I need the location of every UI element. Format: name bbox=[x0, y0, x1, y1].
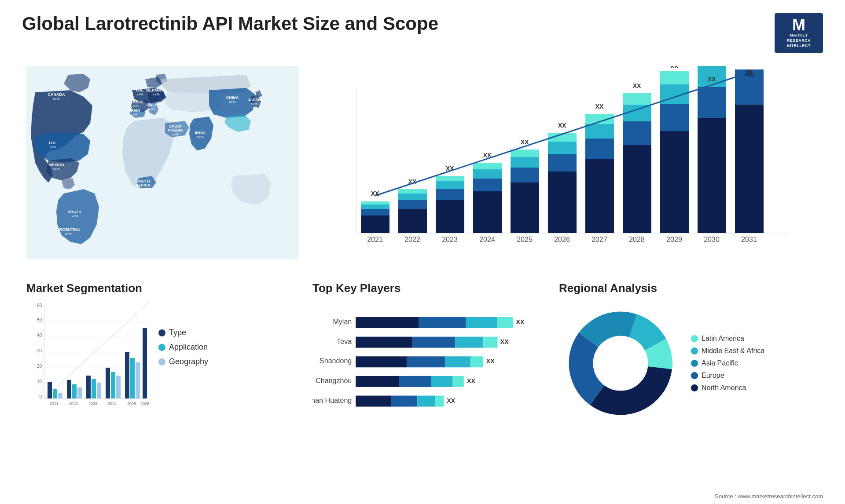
svg-rect-164 bbox=[391, 396, 418, 407]
page-title: Global Larotrectinib API Market Size and… bbox=[22, 13, 438, 34]
legend-application-label: Application bbox=[169, 343, 208, 352]
svg-rect-148 bbox=[483, 337, 497, 348]
svg-text:2025: 2025 bbox=[127, 402, 136, 406]
svg-rect-152 bbox=[407, 356, 445, 367]
page-container: Global Larotrectinib API Market Size and… bbox=[0, 0, 845, 504]
svg-text:XX: XX bbox=[558, 122, 566, 129]
svg-rect-159 bbox=[431, 376, 453, 387]
svg-text:xx%: xx% bbox=[65, 232, 71, 236]
svg-text:xx%: xx% bbox=[148, 107, 155, 111]
map-section: CANADA xx% U.S. xx% MEXICO xx% BRAZIL xx… bbox=[22, 62, 295, 273]
svg-text:ARABIA: ARABIA bbox=[168, 128, 183, 132]
mea-dot bbox=[691, 347, 698, 354]
svg-rect-43 bbox=[398, 189, 427, 194]
svg-rect-66 bbox=[585, 139, 614, 159]
svg-text:xx%: xx% bbox=[153, 92, 159, 96]
reg-legend-north-america: North America bbox=[691, 384, 764, 392]
svg-text:GERMANY: GERMANY bbox=[146, 88, 166, 92]
svg-text:xx%: xx% bbox=[131, 113, 137, 117]
svg-text:30: 30 bbox=[37, 348, 42, 353]
svg-rect-123 bbox=[92, 379, 96, 398]
svg-rect-37 bbox=[361, 205, 389, 209]
svg-text:Teva: Teva bbox=[337, 337, 352, 345]
svg-rect-125 bbox=[106, 368, 110, 398]
svg-text:XX: XX bbox=[633, 82, 641, 89]
svg-rect-153 bbox=[445, 356, 470, 367]
svg-rect-158 bbox=[399, 376, 431, 387]
svg-text:2026: 2026 bbox=[554, 236, 570, 243]
header: Global Larotrectinib API Market Size and… bbox=[22, 13, 823, 53]
svg-text:xx%: xx% bbox=[251, 102, 257, 106]
reg-legend-latin-america: Latin America bbox=[691, 335, 764, 343]
svg-rect-119 bbox=[67, 380, 71, 398]
svg-rect-58 bbox=[511, 150, 539, 157]
svg-text:xx%: xx% bbox=[197, 135, 203, 139]
svg-rect-116 bbox=[48, 382, 52, 398]
svg-text:xx%: xx% bbox=[53, 97, 59, 101]
svg-text:2024: 2024 bbox=[108, 402, 117, 406]
svg-text:MEXICO: MEXICO bbox=[48, 163, 64, 167]
players-chart-svg: Mylan XX Teva XX Shandong bbox=[312, 302, 533, 442]
svg-text:AFRICA: AFRICA bbox=[136, 183, 151, 187]
svg-rect-50 bbox=[473, 191, 502, 233]
svg-rect-76 bbox=[660, 104, 689, 131]
logo-text: MARKETRESEARCHINTELLECT bbox=[787, 33, 811, 48]
svg-rect-118 bbox=[58, 393, 62, 398]
svg-rect-127 bbox=[116, 376, 121, 398]
svg-rect-131 bbox=[143, 328, 147, 398]
bottom-sections: Market Segmentation 0 bbox=[22, 277, 823, 493]
mea-label: Middle East & Africa bbox=[702, 347, 764, 355]
svg-rect-154 bbox=[470, 356, 483, 367]
svg-rect-139 bbox=[356, 317, 419, 328]
svg-text:XX: XX bbox=[500, 338, 509, 345]
svg-text:2021: 2021 bbox=[50, 402, 59, 406]
seg-legend: Type Application Geography bbox=[158, 302, 208, 366]
svg-text:XX: XX bbox=[486, 358, 495, 365]
svg-rect-120 bbox=[72, 384, 77, 398]
svg-rect-124 bbox=[97, 383, 101, 398]
svg-rect-45 bbox=[436, 200, 464, 233]
svg-text:2027: 2027 bbox=[592, 236, 607, 243]
svg-text:Shandong: Shandong bbox=[320, 357, 352, 365]
svg-rect-141 bbox=[466, 317, 497, 328]
svg-text:xx%: xx% bbox=[229, 100, 235, 104]
reg-legend-mea: Middle East & Africa bbox=[691, 347, 764, 355]
reg-legend-europe: Europe bbox=[691, 372, 764, 380]
svg-text:50: 50 bbox=[37, 318, 42, 322]
svg-text:xx%: xx% bbox=[136, 92, 143, 96]
svg-text:Hunan Huateng: Hunan Huateng bbox=[312, 396, 352, 404]
svg-text:Changzhou: Changzhou bbox=[316, 376, 352, 384]
svg-rect-80 bbox=[698, 118, 726, 233]
svg-text:20: 20 bbox=[37, 364, 42, 369]
canada-label: CANADA bbox=[48, 92, 65, 97]
legend-type-label: Type bbox=[169, 328, 186, 337]
svg-rect-40 bbox=[398, 209, 427, 233]
svg-text:2031: 2031 bbox=[741, 236, 757, 243]
svg-text:2023: 2023 bbox=[442, 236, 458, 243]
svg-rect-140 bbox=[419, 317, 466, 328]
svg-text:xx%: xx% bbox=[53, 167, 59, 171]
svg-text:JAPAN: JAPAN bbox=[248, 98, 261, 102]
svg-rect-51 bbox=[473, 179, 502, 191]
key-players-title: Top Key Players bbox=[312, 281, 533, 295]
svg-text:XX: XX bbox=[708, 76, 716, 83]
asia-pacific-label: Asia Pacific bbox=[702, 359, 738, 367]
svg-text:SPAIN: SPAIN bbox=[129, 108, 140, 113]
svg-rect-56 bbox=[511, 168, 539, 183]
svg-point-173 bbox=[593, 336, 648, 391]
svg-rect-57 bbox=[511, 157, 539, 168]
latin-america-label: Latin America bbox=[702, 335, 744, 343]
svg-text:XX: XX bbox=[447, 397, 456, 404]
svg-rect-145 bbox=[356, 337, 412, 348]
svg-text:40: 40 bbox=[37, 333, 42, 338]
svg-text:0: 0 bbox=[39, 394, 42, 399]
svg-rect-157 bbox=[356, 376, 399, 387]
seg-chart-svg-wrap: 0 10 20 30 40 50 60 bbox=[26, 302, 150, 416]
svg-text:10: 10 bbox=[37, 379, 42, 384]
svg-rect-117 bbox=[53, 389, 57, 398]
asia-pacific-dot bbox=[691, 360, 698, 367]
segmentation-section: Market Segmentation 0 bbox=[22, 277, 295, 493]
svg-text:xx%: xx% bbox=[71, 214, 78, 218]
svg-rect-78 bbox=[660, 71, 689, 84]
svg-text:2022: 2022 bbox=[69, 402, 78, 406]
